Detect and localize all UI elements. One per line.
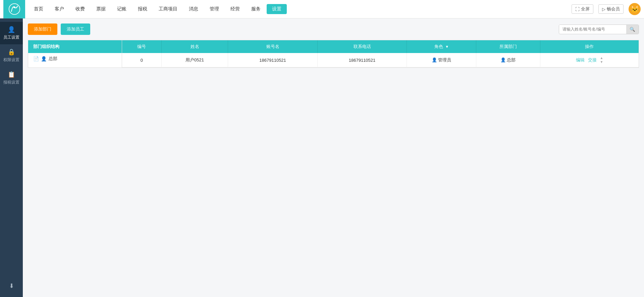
search-input[interactable]: [559, 25, 626, 34]
member-button[interactable]: ▷ 畅会员: [598, 4, 624, 14]
cell-dept: 👤总部: [476, 53, 540, 67]
nav-menu: 首页客户收费票据记账报税工商项目消息管理经营服务设置: [29, 4, 572, 14]
nav-item-客户[interactable]: 客户: [49, 4, 69, 14]
row-scroll-arrows[interactable]: ▲▼: [598, 56, 604, 64]
add-dept-button[interactable]: 添加部门: [28, 23, 57, 35]
right-panel: 编号 姓名 账号名 联系电话 角色 ▼ 所属部门 操作: [122, 40, 639, 67]
nav-item-首页[interactable]: 首页: [29, 4, 49, 14]
dept-tree-item-general[interactable]: 📄 👤 总部: [28, 53, 122, 64]
member-label: 畅会员: [607, 6, 620, 12]
col-header-phone: 联系电话: [317, 40, 407, 53]
report-icon: 📋: [8, 71, 15, 78]
download-icon: ⬇: [9, 282, 14, 290]
col-header-dept: 所属部门: [476, 40, 540, 53]
cell-phone: 18679110521: [317, 53, 407, 67]
sidebar: 👤 员工设置 🔒 权限设置 📋 报税设置 ⬇: [0, 18, 23, 297]
transfer-link[interactable]: 交接: [588, 57, 597, 63]
sidebar-item-tax-label: 报税设置: [3, 80, 19, 85]
cell-action: 编辑交接▲▼: [540, 53, 639, 67]
content-area: 添加部门 添加员工 🔍 部门组织结构 📄 👤 总部: [23, 18, 644, 297]
dept-name-general: 总部: [49, 56, 57, 62]
nav-item-消息[interactable]: 消息: [183, 4, 204, 14]
sidebar-item-permissions-label: 权限设置: [3, 57, 19, 63]
nav-right: ⛶ 全屏 ▷ 畅会员 🐱: [572, 3, 641, 15]
scroll-down-arrow[interactable]: ▼: [600, 60, 603, 64]
top-navigation: 首页客户收费票据记账报税工商项目消息管理经营服务设置 ⛶ 全屏 ▷ 畅会员 🐱: [0, 0, 644, 18]
nav-item-设置[interactable]: 设置: [267, 4, 287, 14]
nav-item-经营[interactable]: 经营: [225, 4, 245, 14]
table-header-row: 编号 姓名 账号名 联系电话 角色 ▼ 所属部门 操作: [122, 40, 639, 53]
sidebar-bottom: ⬇: [0, 278, 23, 294]
nav-item-工商项目[interactable]: 工商项目: [153, 4, 183, 14]
edit-link[interactable]: 编辑: [576, 57, 585, 63]
cell-role: 👤管理员: [407, 53, 476, 67]
nav-item-服务[interactable]: 服务: [246, 4, 266, 14]
file-icon: 📄: [33, 56, 39, 61]
play-icon: ▷: [602, 7, 605, 12]
add-employee-button[interactable]: 添加员工: [61, 23, 90, 35]
svg-point-0: [9, 4, 19, 14]
sidebar-item-employee[interactable]: 👤 员工设置: [0, 22, 23, 44]
toolbar: 添加部门 添加员工 🔍: [28, 23, 639, 35]
fullscreen-icon: ⛶: [575, 7, 580, 12]
sidebar-item-tax[interactable]: 📋 报税设置: [0, 67, 23, 89]
nav-item-记账[interactable]: 记账: [112, 4, 132, 14]
col-header-action: 操作: [540, 40, 639, 53]
nav-item-收费[interactable]: 收费: [70, 4, 90, 14]
col-header-role[interactable]: 角色 ▼: [407, 40, 476, 53]
col-header-id: 编号: [122, 40, 161, 53]
user-avatar[interactable]: 🐱: [629, 3, 641, 15]
cell-account: 18679110521: [228, 53, 317, 67]
left-panel: 部门组织结构 📄 👤 总部: [28, 40, 122, 67]
fullscreen-label: 全屏: [581, 6, 590, 12]
role-filter-icon[interactable]: ▼: [445, 45, 449, 49]
table-row: 0用户05211867911052118679110521👤管理员👤总部编辑交接…: [122, 53, 639, 67]
cell-name: 用户0521: [161, 53, 228, 67]
col-header-name: 姓名: [161, 40, 228, 53]
nav-item-管理[interactable]: 管理: [204, 4, 224, 14]
sidebar-download-button[interactable]: ⬇: [0, 278, 23, 294]
nav-item-票据[interactable]: 票据: [91, 4, 111, 14]
dept-panel-header: 部门组织结构: [28, 40, 122, 53]
sidebar-item-permissions[interactable]: 🔒 权限设置: [0, 44, 23, 67]
nav-item-报税[interactable]: 报税: [132, 4, 153, 14]
lock-icon: 🔒: [8, 48, 15, 56]
person-icon: 👤: [8, 26, 15, 33]
fullscreen-button[interactable]: ⛶ 全屏: [572, 4, 593, 14]
cell-id: 0: [122, 53, 161, 67]
employee-table: 编号 姓名 账号名 联系电话 角色 ▼ 所属部门 操作: [122, 40, 639, 67]
col-header-account: 账号名: [228, 40, 317, 53]
main-layout: 👤 员工设置 🔒 权限设置 📋 报税设置 ⬇ 添加部门 添加员工 🔍: [0, 18, 644, 297]
app-logo: [3, 0, 25, 18]
tree-user-icon: 👤: [41, 56, 47, 61]
scroll-up-arrow[interactable]: ▲: [600, 56, 603, 60]
sidebar-item-employee-label: 员工设置: [3, 35, 19, 40]
panel-layout: 部门组织结构 📄 👤 总部 编号 姓名 账号名 联系电话: [28, 40, 639, 68]
svg-point-1: [13, 6, 15, 8]
search-box: 🔍: [559, 24, 639, 34]
search-button[interactable]: 🔍: [626, 25, 639, 34]
